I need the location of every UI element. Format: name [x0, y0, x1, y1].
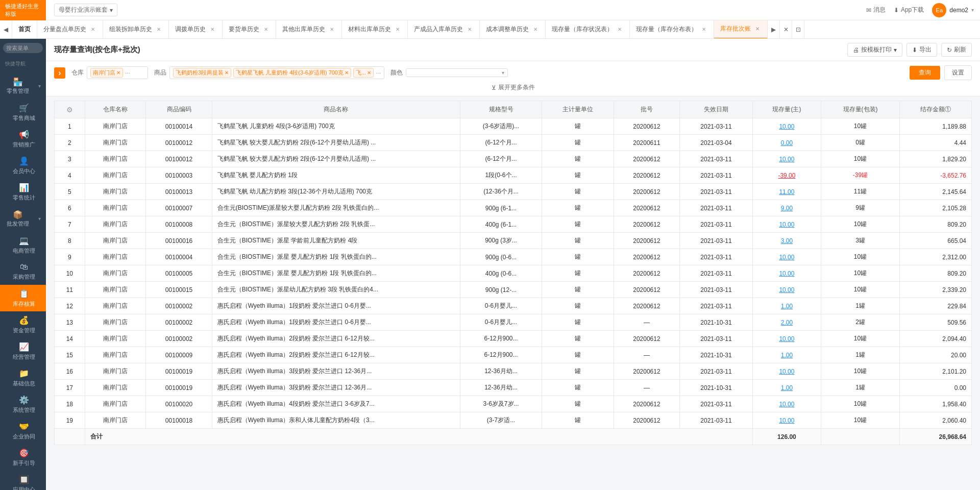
- cell-qty-main[interactable]: 11.00: [753, 184, 821, 200]
- cell-qty-main[interactable]: 10.00: [753, 412, 821, 429]
- sidebar-item-app-center[interactable]: 🔲 应用中心: [0, 471, 46, 490]
- sidebar-item-members[interactable]: 👤 会员中心: [0, 152, 46, 179]
- tab-close-btn[interactable]: ✕: [89, 26, 96, 33]
- cell-num: 19: [55, 412, 85, 429]
- cell-num: 7: [55, 216, 85, 233]
- sidebar-item-ecommerce[interactable]: 💻 电商管理: [0, 232, 46, 258]
- sidebar-item-inventory[interactable]: 📋 库存核算: [0, 285, 46, 311]
- tab-chenben[interactable]: 成本调整单历史 ✕: [480, 20, 546, 39]
- tab-kucunpici[interactable]: 库存批次账 ✕: [714, 20, 768, 39]
- cell-qty-main[interactable]: -39.00: [753, 167, 821, 184]
- tab-close-btn[interactable]: ✕: [155, 26, 162, 33]
- warehouse-tags[interactable]: 南岸门店 ✕ ···: [87, 66, 148, 79]
- tab-next-btn[interactable]: ▶: [768, 20, 780, 39]
- refresh-btn[interactable]: ↻ 刷新: [941, 43, 972, 57]
- user-area[interactable]: Ea demo2 ▾: [932, 3, 974, 17]
- cell-amount: 1,958.40: [900, 396, 972, 412]
- tab-zuzhuangchaijian[interactable]: 组装拆卸单历史 ✕: [103, 20, 169, 39]
- tab-close-all-btn[interactable]: ✕: [780, 20, 792, 39]
- cell-qty-main[interactable]: 2.00: [753, 314, 821, 331]
- tag-close-icon[interactable]: ✕: [225, 70, 229, 76]
- tab-close-btn[interactable]: ✕: [754, 26, 761, 33]
- cell-batch: 20200612: [614, 396, 679, 412]
- expand-conditions-btn[interactable]: ⊻ 展开更多条件: [492, 83, 535, 92]
- search-input[interactable]: [3, 43, 43, 53]
- cell-num: 17: [55, 380, 85, 396]
- tab-close-btn[interactable]: ✕: [394, 26, 401, 33]
- tab-expand-btn[interactable]: ⊡: [792, 20, 804, 39]
- tab-prev-btn[interactable]: ◀: [0, 20, 12, 39]
- col-settings[interactable]: ⚙: [55, 101, 85, 118]
- cell-qty-main[interactable]: 10.00: [753, 118, 821, 135]
- settings-btn[interactable]: 设置: [944, 65, 972, 80]
- cell-qty-main[interactable]: 0.00: [753, 135, 821, 151]
- tab-close-btn[interactable]: ✕: [209, 26, 216, 33]
- cell-qty-main[interactable]: 1.00: [753, 347, 821, 363]
- cell-qty-main[interactable]: 10.00: [753, 363, 821, 380]
- tab-close-btn[interactable]: ✕: [700, 26, 707, 33]
- filter-expand-left-btn[interactable]: ›: [54, 67, 65, 79]
- app-download-btn[interactable]: ⬇ App下载: [894, 6, 924, 14]
- cell-unit: 罐: [542, 249, 614, 265]
- tag-close-icon[interactable]: ✕: [116, 70, 120, 76]
- sidebar-item-retail-mgmt[interactable]: 🏪 零售管理 ▾: [0, 72, 46, 99]
- color-tags[interactable]: ▾: [406, 68, 508, 77]
- cell-qty-main[interactable]: 3.00: [753, 233, 821, 249]
- sidebar-item-guide[interactable]: 🎯 新手引导: [0, 444, 46, 471]
- cell-qty-main[interactable]: 1.00: [753, 298, 821, 314]
- tab-close-btn[interactable]: ✕: [262, 26, 270, 33]
- cell-warehouse: 南岸门店: [85, 151, 146, 167]
- sidebar-item-finance[interactable]: 💰 资金管理: [0, 311, 46, 338]
- sidebar-item-marketing[interactable]: 📢 营销推广: [0, 126, 46, 152]
- tab-diaobodian[interactable]: 调拨单历史 ✕: [169, 20, 223, 39]
- sidebar-item-retail-stats[interactable]: 📊 零售统计: [0, 179, 46, 205]
- table-row: 7 南岸门店 00100008 合生元（BIOSTIME）派星较大婴儿配方奶粉 …: [55, 216, 972, 233]
- tab-qitachuku[interactable]: 其他出库单历史 ✕: [276, 20, 342, 39]
- tab-yaohuo[interactable]: 要货单历史 ✕: [223, 20, 276, 39]
- message-btn[interactable]: ✉ 消息: [866, 6, 886, 14]
- cell-qty-main[interactable]: 10.00: [753, 249, 821, 265]
- cell-qty-main[interactable]: 10.00: [753, 216, 821, 233]
- tab-xiancunfenbu[interactable]: 现存量（库存分布表） ✕: [630, 20, 714, 39]
- product-tags[interactable]: 飞鹤奶粉3段两提装 ✕ 飞鹤星飞帆 儿童奶粉 4段(3-6岁适用) 700克 ✕…: [169, 66, 384, 79]
- cell-qty-pkg: 10罐: [821, 151, 900, 167]
- tab-fenliangpandian[interactable]: 分量盘点单历史 ✕: [37, 20, 103, 39]
- cell-batch: —: [614, 314, 679, 331]
- sidebar-item-operations[interactable]: 📈 经营管理: [0, 338, 46, 364]
- cell-qty-main[interactable]: 10.00: [753, 265, 821, 282]
- cell-amount: 1,189.88: [900, 118, 972, 135]
- sidebar-item-purchase[interactable]: 🛍 采购管理: [0, 258, 46, 285]
- cell-qty-main[interactable]: 10.00: [753, 151, 821, 167]
- export-btn[interactable]: ⬇ 导出: [906, 43, 937, 57]
- sidebar-item-wholesale[interactable]: 📦 批发管理 ▾: [0, 205, 46, 232]
- cell-unit: 罐: [542, 412, 614, 429]
- sidebar-item-basic-info[interactable]: 📁 基础信息: [0, 364, 46, 391]
- cell-qty-main[interactable]: 10.00: [753, 282, 821, 298]
- tab-close-btn[interactable]: ✕: [532, 26, 539, 33]
- print-btn[interactable]: 🖨 按模板打印 ▾: [847, 43, 902, 57]
- sidebar-item-system[interactable]: ⚙️ 系统管理: [0, 391, 46, 418]
- cell-expire: 2021-03-11: [680, 396, 753, 412]
- tab-xiancunzhuang[interactable]: 现存量（库存状况表） ✕: [546, 20, 630, 39]
- tab-cailiaochu[interactable]: 材料出库单历史 ✕: [342, 20, 408, 39]
- sidebar-item-collab[interactable]: 🤝 企业协同: [0, 418, 46, 444]
- tag-close-icon[interactable]: ✕: [367, 70, 371, 76]
- sidebar-item-retail-mall[interactable]: 🛒 零售商城: [0, 99, 46, 126]
- cell-qty-main[interactable]: 10.00: [753, 396, 821, 412]
- query-btn[interactable]: 查询: [910, 66, 940, 80]
- cell-name: 惠氏启程（Wyeth illuma）3段奶粉 爱尔兰进口 12-36月...: [212, 380, 460, 396]
- cell-qty-main[interactable]: 10.00: [753, 331, 821, 347]
- cell-batch: 20200612: [614, 233, 679, 249]
- breadcrumb-select[interactable]: 母婴行业演示账套 ▾: [54, 4, 117, 16]
- wholesale-icon: 📦: [13, 210, 23, 219]
- cell-qty-main[interactable]: 1.00: [753, 380, 821, 396]
- tab-close-btn[interactable]: ✕: [616, 26, 623, 33]
- tab-home[interactable]: 首页: [12, 20, 37, 39]
- tag-close-icon[interactable]: ✕: [345, 70, 349, 76]
- tab-close-btn[interactable]: ✕: [466, 26, 473, 33]
- tab-chanchengruku[interactable]: 产成品入库单历史 ✕: [408, 20, 480, 39]
- expand-icon: ▾: [38, 83, 41, 89]
- cell-warehouse: 南岸门店: [85, 314, 146, 331]
- cell-qty-main[interactable]: 9.00: [753, 200, 821, 216]
- tab-close-btn[interactable]: ✕: [328, 26, 335, 33]
